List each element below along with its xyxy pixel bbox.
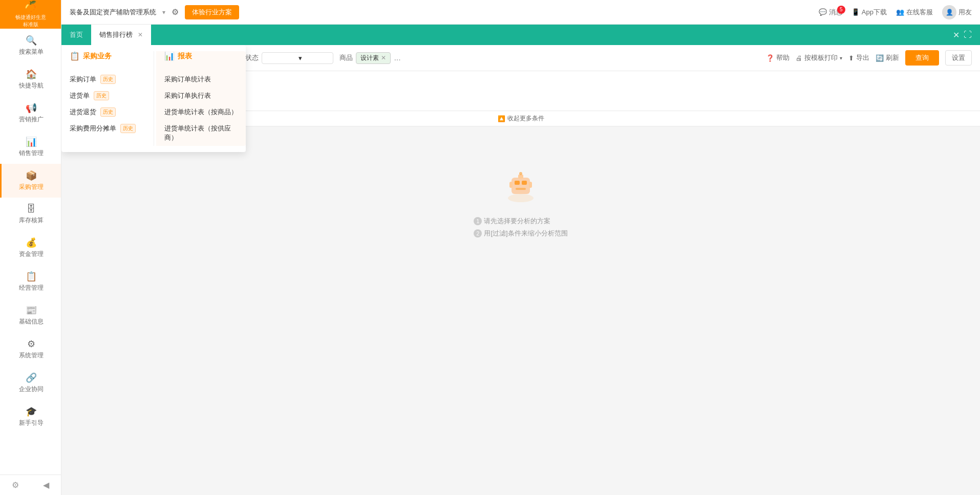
sidebar-icon-quick: 🏠	[26, 69, 37, 80]
sidebar-item-inventory[interactable]: 🗄 库存核算	[0, 198, 61, 231]
help-label: 帮助	[776, 53, 790, 62]
user-item[interactable]: 👤 用友	[942, 5, 972, 19]
refresh-btn[interactable]: 🔄 刷新	[876, 53, 899, 62]
sidebar-label-operation: 经营管理	[19, 284, 44, 292]
incoming-history: 历史	[94, 91, 109, 100]
empty-tips: 1 请先选择要分析的方案 2 用[过滤]条件来缩小分析范围	[474, 217, 567, 241]
sidebar-nav: 🔍 搜索菜单 🏠 快捷导航 📢 营销推广 📊 销售管理 📦 采购管理 🗄 库存核…	[0, 29, 61, 475]
svg-rect-4	[509, 182, 513, 188]
goods-stats-label: 进货单统计表（按商品）	[164, 107, 238, 117]
top-header: 装备及固定资产辅助管理系统 ▾ ⚙ 体验行业方案 💬 消息 5 📱 App下载 …	[61, 0, 980, 25]
svg-rect-6	[516, 188, 526, 190]
sidebar-item-system[interactable]: ⚙ 系统管理	[0, 332, 61, 366]
sidebar-label-search: 搜索菜单	[19, 48, 44, 56]
industry-btn[interactable]: 体验行业方案	[185, 5, 239, 19]
logo-label2: 标准版	[23, 21, 38, 28]
help-btn[interactable]: ❓ 帮助	[766, 53, 790, 62]
tab-bar-actions: ✕ ⛶	[953, 30, 980, 40]
header-settings-icon[interactable]: ⚙	[172, 7, 179, 17]
purchase-dropdown-menu: 📋 采购业务 采购订单 历史 进货单 历史 进货退货 历史 采购费用分摊单	[61, 45, 246, 152]
goods-tag-close[interactable]: ✕	[381, 54, 386, 61]
sidebar-label-finance: 资金管理	[19, 250, 44, 259]
export-label: 导出	[856, 53, 869, 62]
online-service-label: 在线客服	[906, 8, 933, 17]
tab-home[interactable]: 首页	[61, 25, 91, 45]
expense-label: 采购费用分摊单	[70, 124, 116, 133]
header-right: 💬 消息 5 📱 App下载 👥 在线客服 👤 用友	[819, 5, 972, 19]
online-service-icon: 👥	[896, 8, 904, 16]
sidebar-label-basic: 基础信息	[19, 317, 44, 326]
footer-collapse-btn[interactable]: ◀	[43, 480, 49, 490]
collapse-icon: 🔼	[498, 115, 505, 122]
sidebar-label-sales: 销售管理	[19, 149, 44, 158]
dropdown-purchase-order[interactable]: 采购订单 历史	[70, 71, 143, 88]
online-service-item[interactable]: 👥 在线客服	[896, 8, 933, 17]
app-label: App下载	[862, 8, 887, 17]
dropdown-expense[interactable]: 采购费用分摊单 历史	[70, 120, 143, 137]
refresh-icon: 🔄	[876, 54, 884, 62]
tab-bar: 首页 销售排行榜 ✕ ✕ ⛶	[61, 25, 980, 45]
app-download-item[interactable]: 📱 App下载	[851, 8, 887, 17]
sidebar-item-sales[interactable]: 📊 销售管理	[0, 130, 61, 164]
notification-badge: 5	[837, 6, 845, 14]
svg-rect-5	[529, 182, 532, 188]
svg-point-0	[508, 194, 534, 202]
sidebar-icon-enterprise: 🔗	[26, 372, 37, 383]
sidebar-item-marketing[interactable]: 📢 营销推广	[0, 96, 61, 130]
sidebar-icon-sales: 📊	[26, 136, 37, 147]
print-chevron: ▾	[840, 55, 842, 61]
tab-maximize-action[interactable]: ⛶	[964, 30, 972, 39]
tab-sales-rank-label: 销售排行榜	[99, 30, 133, 39]
svg-rect-2	[515, 181, 520, 185]
print-btn[interactable]: 🖨 按模板打印 ▾	[796, 53, 842, 62]
dropdown-return[interactable]: 进货退货 历史	[70, 104, 143, 120]
sidebar-item-finance[interactable]: 💰 资金管理	[0, 231, 61, 265]
svg-point-8	[519, 172, 522, 175]
svg-rect-7	[518, 175, 523, 179]
empty-tip-2: 2 用[过滤]条件来缩小分析范围	[474, 229, 567, 238]
tab-close-action[interactable]: ✕	[953, 30, 960, 40]
doc-status-chevron: ▾	[299, 54, 330, 62]
dropdown-goods-stats[interactable]: 进货单统计表（按商品）	[164, 104, 238, 120]
return-history: 历史	[100, 107, 116, 117]
sidebar-icon-guide: 🎓	[26, 406, 37, 417]
query-btn[interactable]: 查询	[905, 50, 939, 66]
notification-item[interactable]: 💬 消息 5	[819, 8, 842, 17]
settings-btn[interactable]: 设置	[945, 50, 972, 66]
report-col: 📊 报表 采购订单统计表 采购订单执行表 进货单统计表（按商品） 进货单统计表（…	[156, 51, 246, 146]
svg-rect-3	[522, 181, 527, 185]
sidebar-label-system: 系统管理	[19, 351, 44, 360]
sidebar-item-purchase[interactable]: 📦 采购管理	[0, 164, 61, 198]
sidebar-item-enterprise[interactable]: 🔗 企业协同	[0, 366, 61, 400]
sidebar-item-operation[interactable]: 📋 经营管理	[0, 265, 61, 298]
help-icon: ❓	[766, 54, 774, 62]
header-dropdown-btn[interactable]: ▾	[162, 9, 165, 16]
logo-label1: 畅捷通好生意	[15, 14, 46, 21]
empty-robot-icon	[500, 167, 541, 208]
sidebar-item-quick[interactable]: 🏠 快捷导航	[0, 62, 61, 96]
tab-sales-rank[interactable]: 销售排行榜 ✕	[91, 25, 151, 45]
goods-tag-text: 设计素	[360, 54, 379, 62]
purchase-col-title-text: 采购业务	[83, 52, 112, 61]
toolbar-right: ❓ 帮助 🖨 按模板打印 ▾ ⬆ 导出 🔄 刷新 查询 设置	[766, 50, 972, 66]
goods-dots[interactable]: ...	[394, 53, 400, 62]
export-icon: ⬆	[848, 54, 854, 62]
sidebar-icon-search: 🔍	[26, 35, 37, 46]
report-col-title: 📊 报表	[164, 51, 238, 65]
dropdown-incoming[interactable]: 进货单 历史	[70, 88, 143, 104]
dropdown-po-stats[interactable]: 采购订单统计表	[164, 71, 238, 88]
footer-settings-btn[interactable]: ⚙	[12, 480, 19, 490]
sidebar-label-quick: 快捷导航	[19, 81, 44, 90]
doc-status-select[interactable]: ▾	[262, 52, 333, 64]
sidebar-item-basic[interactable]: 📰 基础信息	[0, 298, 61, 332]
tab-close-btn[interactable]: ✕	[138, 31, 143, 38]
dropdown-divider	[154, 51, 154, 146]
dropdown-supplier-stats[interactable]: 进货单统计表（按供应商）	[164, 120, 238, 146]
print-icon: 🖨	[796, 54, 802, 62]
goods-tag[interactable]: 设计素 ✕	[356, 52, 391, 64]
export-btn[interactable]: ⬆ 导出	[848, 53, 869, 62]
sidebar-item-search[interactable]: 🔍 搜索菜单	[0, 29, 61, 62]
dropdown-po-exec[interactable]: 采购订单执行表	[164, 88, 238, 104]
sidebar-item-guide[interactable]: 🎓 新手引导	[0, 400, 61, 434]
sidebar-label-marketing: 营销推广	[19, 115, 44, 124]
